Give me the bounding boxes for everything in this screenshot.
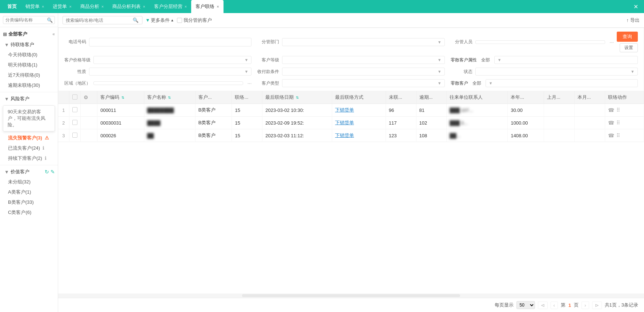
page-last-button[interactable]: ⊳ [592,301,602,309]
sidebar-item-today[interactable]: 今天待联络(0) [0,50,58,60]
row-checkbox[interactable] [72,120,77,125]
filter-select-customer-type[interactable]: ▼ [282,79,444,87]
sidebar-item-declining[interactable]: 持续下滑客户(2) ℹ [0,153,58,163]
last-method-link[interactable]: 下销货单 [335,120,354,125]
filter-input-phone[interactable] [89,38,251,46]
th-code[interactable]: 客户编码 ⇅ [97,91,144,104]
cell-type: B类客户 [195,104,232,117]
contact-icon[interactable]: ☎ [608,133,614,138]
my-customers-checkbox[interactable] [177,18,182,23]
filter-label-payment: 收付款条件 [257,69,279,75]
sidebar-item-overdue[interactable]: 逾期未联络(30) [0,80,58,90]
tab-home[interactable]: 首页 [3,0,21,13]
filter-select-price-level[interactable]: ▼ [93,56,251,64]
sidebar-group-value[interactable]: ▼ 价值客户 ↻ ✎ [0,167,58,177]
filter-select-scatter-attr[interactable]: ▼ [494,56,638,64]
sidebar-item-ungroup[interactable]: 未分组(32) [0,177,58,187]
cell-last-method[interactable]: 下销货单 [332,117,386,129]
cell-check[interactable] [69,129,80,142]
close-icon[interactable]: × [101,4,104,9]
export-button[interactable]: ↑ 导出 [627,17,640,24]
last-method-link[interactable]: 下销货单 [335,133,354,138]
sidebar-item-classC[interactable]: C类客户(6) [0,207,58,218]
cell-check[interactable] [69,104,80,117]
filter-select-status[interactable]: ▼ [475,68,638,76]
filter-label-customer-type: 客户类型 [257,80,279,86]
search-icon[interactable]: 🔍 [133,17,138,23]
sidebar-item-classB[interactable]: B类客户(33) [0,197,58,207]
cell-last-method[interactable]: 下销货单 [332,104,386,117]
tab-purchase[interactable]: 进货单 × [48,0,76,13]
filter-row-region: 区域（地区） ··· [64,79,251,87]
filter-select-person[interactable] [475,40,605,44]
window-close-button[interactable]: ✕ [631,3,641,10]
sort-icon: ⇅ [168,96,171,100]
my-customers-checkbox-wrap[interactable]: 我分管的客户 [177,17,212,24]
filter-select-region[interactable] [93,81,243,85]
select-all-checkbox[interactable] [72,94,77,100]
th-last-date[interactable]: 最后联络日期 ⇅ [262,91,332,104]
last-method-link[interactable]: 下销货单 [335,107,354,113]
settings-button[interactable]: 设置 [620,43,638,52]
edit-icon[interactable]: ✎ [51,169,55,175]
cell-last-method[interactable]: 下销货单 [332,129,386,142]
page-next-button[interactable]: › [581,301,589,309]
more-actions-icon[interactable]: ⠿ [616,107,620,113]
sidebar-item-churn-warning[interactable]: 流失预警客户(3) ⚠ [0,133,58,143]
cell-overdue: 108 [416,129,447,142]
tab-product-analysis[interactable]: 商品分析 × [76,0,108,13]
th-rownum [58,91,69,104]
sidebar-item-churned[interactable]: 已流失客户(24) ℹ [0,143,58,153]
page-label: 第 [561,302,565,308]
sidebar-item-classA[interactable]: A类客户(1) [0,187,58,197]
contact-icon[interactable]: ☎ [608,107,614,113]
cell-last-month [544,104,574,117]
column-settings-icon[interactable]: ⚙ [84,94,88,100]
more-options-icon[interactable]: ··· [247,80,252,86]
sidebar-group-pending[interactable]: ▼ 待联络客户 [0,40,58,50]
close-icon[interactable]: × [185,4,187,9]
horizontal-scrollbar[interactable] [58,293,644,298]
sidebar-item-7days[interactable]: 近7天待联络(0) [0,70,58,80]
cell-this-year: 30.00 [508,104,544,117]
page-first-button[interactable]: ⊲ [538,301,548,309]
more-options-icon[interactable]: ··· [609,39,614,45]
filter-select-dept[interactable]: ▼ [282,38,444,46]
contact-icon[interactable]: ☎ [608,120,614,126]
cell-check[interactable] [69,117,80,129]
table-row: 1 000011 ████████ B类客户 15 2023-03-02 10:… [58,104,644,117]
tab-customer-tier[interactable]: 客户分层经营 × [150,0,191,13]
scrollbar-track[interactable] [242,294,460,297]
tab-product-list[interactable]: 商品分析列表 × [108,0,149,13]
more-actions-icon[interactable]: ⠿ [616,120,620,126]
filter-select-customer-level[interactable]: ▼ [282,56,444,64]
refresh-icon[interactable]: ↻ [45,169,49,175]
per-page-select[interactable]: 50 100 [516,301,535,309]
more-actions-icon[interactable]: ⠿ [616,133,620,138]
table-row: 3 000026 ██ B类客户 15 2023-02-03 11:12: 下销… [58,129,644,142]
collapse-icon[interactable]: « [52,32,55,37]
close-icon[interactable]: × [42,4,44,9]
search-input[interactable] [66,18,131,23]
sidebar-root[interactable]: ⊞ 全部客户 « [0,29,58,40]
scatter-attr-value: 全部 [481,57,490,63]
tab-sales[interactable]: 销货单 × [21,0,48,13]
page-prev-button[interactable]: ‹ [551,301,558,309]
th-name[interactable]: 客户名称 ⇅ [144,91,195,104]
sidebar-item-tomorrow[interactable]: 明天待联络(1) [0,60,58,70]
query-button[interactable]: 查询 [617,32,638,42]
row-checkbox[interactable] [72,107,77,112]
filter-select-payment[interactable]: ▼ [282,68,444,76]
filter-select-nature[interactable]: ▼ [89,68,251,76]
close-icon[interactable]: × [217,4,219,9]
tab-customer-contact[interactable]: 客户联络 × [191,0,223,13]
more-conditions-button[interactable]: ▼ 更多条件 ▲ [145,17,174,24]
cell-this-year: 1000.00 [508,117,544,129]
close-icon[interactable]: × [69,4,71,9]
close-icon[interactable]: × [143,4,145,9]
row-checkbox[interactable] [72,133,77,138]
th-settings[interactable]: ⚙ [80,91,97,104]
filter-label-person: 分管人员 [451,39,472,45]
filter-select-scatter[interactable]: ▼ [486,79,638,87]
sidebar-group-risk[interactable]: ▼ 风险客户 [0,94,58,104]
